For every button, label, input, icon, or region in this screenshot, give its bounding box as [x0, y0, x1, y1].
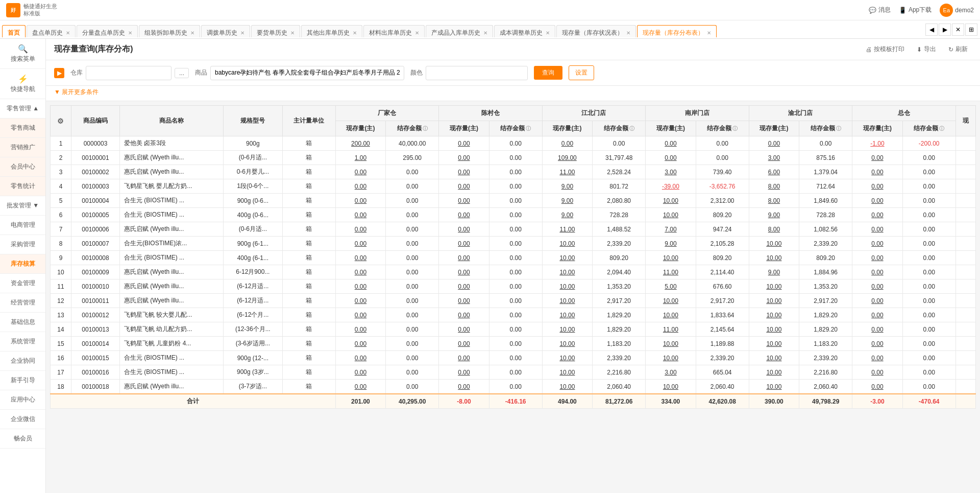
cell-cqty[interactable]: 0.00: [439, 237, 489, 251]
cell-fqty[interactable]: 0.00: [335, 237, 386, 251]
sidebar-item-member[interactable]: 会员中心: [0, 157, 45, 177]
sidebar-item-guide[interactable]: 新手引导: [0, 371, 45, 390]
cell-yqty[interactable]: 10.00: [749, 351, 799, 365]
tab-yaohuo[interactable]: 要货单历史 ✕: [251, 25, 300, 37]
setting-btn[interactable]: 设置: [569, 65, 594, 80]
tab-prev-btn[interactable]: ◀: [925, 24, 938, 36]
cell-tqty[interactable]: 0.00: [852, 208, 903, 222]
sidebar-item-retail[interactable]: 零售管理 ▲: [0, 99, 45, 119]
cell-cqty[interactable]: 0.00: [439, 380, 489, 394]
cell-jqty[interactable]: 10.00: [542, 237, 593, 251]
cell-nqty[interactable]: -39.00: [646, 179, 696, 194]
cell-fqty[interactable]: 0.00: [335, 208, 386, 222]
cell-nqty[interactable]: 10.00: [646, 380, 696, 394]
cell-fqty[interactable]: 0.00: [335, 380, 386, 394]
cell-yqty[interactable]: 10.00: [749, 322, 799, 337]
cell-jqty[interactable]: 11.00: [542, 222, 593, 237]
cell-cqty[interactable]: 0.00: [439, 337, 489, 351]
info-icon[interactable]: ⓘ: [423, 126, 428, 131]
tab-close-icon[interactable]: ✕: [240, 30, 244, 36]
cell-nqty[interactable]: 10.00: [646, 308, 696, 322]
info-icon[interactable]: ⓘ: [629, 126, 634, 131]
info-icon[interactable]: ⓘ: [939, 126, 944, 131]
tab-qitachuku[interactable]: 其他出库单历史 ✕: [301, 25, 362, 37]
cell-jqty[interactable]: 11.00: [542, 165, 593, 179]
cell-nqty[interactable]: 3.00: [646, 365, 696, 380]
sidebar-item-colab[interactable]: 企业协同: [0, 351, 45, 371]
more-conditions-btn[interactable]: ▼ 展开更多条件: [54, 88, 99, 97]
cell-yqty[interactable]: 8.00: [749, 179, 799, 194]
info-icon[interactable]: ⓘ: [526, 126, 531, 131]
cell-nqty[interactable]: 7.00: [646, 222, 696, 237]
cell-fqty[interactable]: 0.00: [335, 265, 386, 279]
cell-tqty[interactable]: 0.00: [852, 337, 903, 351]
cell-tqty[interactable]: 0.00: [852, 380, 903, 394]
tab-kucun-status[interactable]: 现存量（库存状况表） ✕: [556, 25, 636, 37]
tab-close-icon[interactable]: ✕: [483, 30, 487, 36]
cell-jqty[interactable]: 10.00: [542, 279, 593, 294]
cell-fqty[interactable]: 0.00: [335, 222, 386, 237]
tab-tiaob[interactable]: 调拨单历史 ✕: [201, 25, 250, 37]
cell-cqty[interactable]: 0.00: [439, 165, 489, 179]
cell-nqty[interactable]: 0.00: [646, 151, 696, 165]
cell-tqty[interactable]: 0.00: [852, 294, 903, 308]
info-icon[interactable]: ⓘ: [732, 126, 738, 131]
tab-close-icon[interactable]: ✕: [190, 30, 194, 36]
app-download-btn[interactable]: 📱 App下载: [899, 6, 932, 14]
sidebar-item-system[interactable]: 系统管理: [0, 332, 45, 351]
cell-fqty[interactable]: 0.00: [335, 179, 386, 194]
color-input[interactable]: [426, 66, 528, 80]
warehouse-input[interactable]: [86, 66, 172, 80]
cell-yqty[interactable]: 9.00: [749, 208, 799, 222]
cell-cqty[interactable]: 0.00: [439, 222, 489, 237]
tab-close-icon[interactable]: ✕: [415, 30, 419, 36]
cell-nqty[interactable]: 0.00: [646, 136, 696, 151]
tab-close-icon[interactable]: ✕: [353, 30, 357, 36]
refresh-btn[interactable]: ↻ 刷新: [944, 43, 972, 56]
cell-tqty[interactable]: 0.00: [852, 165, 903, 179]
cell-cqty[interactable]: 0.00: [439, 136, 489, 151]
cell-cqty[interactable]: 0.00: [439, 294, 489, 308]
cell-tqty[interactable]: 0.00: [852, 179, 903, 194]
cell-nqty[interactable]: 10.00: [646, 351, 696, 365]
cell-yqty[interactable]: 9.00: [749, 265, 799, 279]
tab-close-icon[interactable]: ✕: [290, 30, 295, 36]
cell-cqty[interactable]: 0.00: [439, 351, 489, 365]
cell-yqty[interactable]: 6.00: [749, 165, 799, 179]
cell-yqty[interactable]: 10.00: [749, 365, 799, 380]
sidebar-item-operations[interactable]: 经营管理: [0, 293, 45, 313]
cell-fqty[interactable]: 0.00: [335, 308, 386, 322]
sidebar-item-wechat[interactable]: 企业微信: [0, 410, 45, 429]
tab-chancheng[interactable]: 产成品入库单历史 ✕: [426, 25, 493, 37]
cell-nqty[interactable]: 5.00: [646, 279, 696, 294]
sidebar-item-appcenter[interactable]: 应用中心: [0, 390, 45, 410]
tab-menu-btn[interactable]: ⊞: [965, 24, 977, 36]
sidebar-item-inventory[interactable]: 库存核算: [0, 254, 45, 274]
cell-tqty[interactable]: 0.00: [852, 151, 903, 165]
cell-yqty[interactable]: 8.00: [749, 222, 799, 237]
sidebar-item-quicknav[interactable]: ⚡ 快捷导航: [0, 69, 45, 99]
cell-nqty[interactable]: 3.00: [646, 165, 696, 179]
tab-close-icon[interactable]: ✕: [707, 30, 711, 36]
cell-fqty[interactable]: 0.00: [335, 337, 386, 351]
user-area[interactable]: Ea demo2: [940, 4, 974, 17]
cell-jqty[interactable]: 9.00: [542, 179, 593, 194]
tab-fenpandian[interactable]: 分量盘点单历史 ✕: [77, 25, 138, 37]
tab-close-icon[interactable]: ✕: [546, 30, 550, 36]
sidebar-item-marketing[interactable]: 营销推广: [0, 138, 45, 157]
cell-fqty[interactable]: 0.00: [335, 351, 386, 365]
cell-tqty[interactable]: 0.00: [852, 365, 903, 380]
tab-kucun-dist[interactable]: 现存量（库存分布表） ✕: [637, 25, 717, 37]
sidebar-item-purchase[interactable]: 采购管理: [0, 235, 45, 254]
cell-fqty[interactable]: 0.00: [335, 279, 386, 294]
cell-cqty[interactable]: 0.00: [439, 194, 489, 208]
tab-close-icon[interactable]: ✕: [66, 30, 70, 36]
tab-cailiao[interactable]: 材料出库单历史 ✕: [363, 25, 425, 37]
cell-tqty[interactable]: 0.00: [852, 237, 903, 251]
cell-cqty[interactable]: 0.00: [439, 279, 489, 294]
cell-cqty[interactable]: 0.00: [439, 179, 489, 194]
cell-nqty[interactable]: 11.00: [646, 265, 696, 279]
cell-nqty[interactable]: 10.00: [646, 251, 696, 265]
sidebar-item-retailstat[interactable]: 零售统计: [0, 177, 45, 196]
expand-btn[interactable]: ▶: [54, 68, 64, 78]
